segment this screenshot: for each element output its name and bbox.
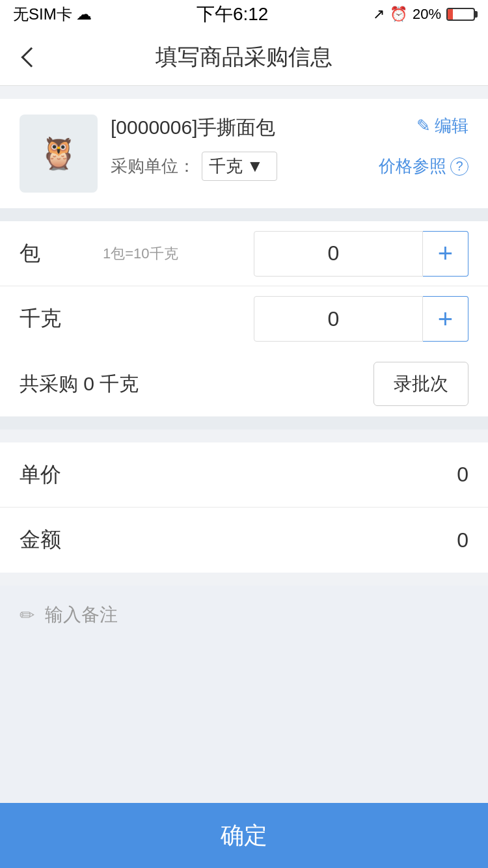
bao-label: 包 (20, 239, 98, 268)
bao-sublabel: 1包=10千克 (103, 244, 178, 264)
product-name: [0000006]手撕面包 (111, 115, 275, 141)
help-icon: ? (450, 157, 468, 176)
back-arrow-icon (21, 47, 41, 67)
status-bar: 无SIM卡 ☁ 下午6:12 ↗ ⏰ 20% (0, 0, 488, 29)
kg-label: 千克 (20, 305, 98, 333)
summary-text: 共采购 0 千克 (20, 371, 139, 398)
battery-percent: 20% (413, 6, 441, 23)
product-card: 🦉 [0000006]手撕面包 ✎ 编辑 采购单位： 千克 ▼ 价格参照 ? (0, 99, 488, 208)
product-info: [0000006]手撕面包 ✎ 编辑 采购单位： 千克 ▼ 价格参照 ? (111, 115, 468, 181)
unit-price-row: 单价 0 (0, 442, 488, 508)
sim-label: 无SIM卡 ☁ (13, 4, 92, 25)
input-section: 包 1包=10千克 + 千克 + (0, 221, 488, 351)
bao-plus-button[interactable]: + (423, 231, 468, 277)
summary-row: 共采购 0 千克 录批次 (0, 351, 488, 416)
amount-row: 金额 0 (0, 508, 488, 573)
status-left: 无SIM卡 ☁ (13, 4, 92, 25)
kg-plus-button[interactable]: + (423, 296, 468, 342)
kg-input-right: + (254, 296, 468, 342)
unit-label-container: 采购单位： 千克 ▼ (111, 152, 277, 181)
product-header: [0000006]手撕面包 ✎ 编辑 (111, 115, 468, 141)
location-icon: ↗ (373, 6, 385, 23)
battery-icon (446, 8, 475, 21)
alarm-icon: ⏰ (390, 6, 407, 23)
kg-input-row: 千克 + (0, 286, 488, 351)
section-divider-1 (0, 208, 488, 221)
status-right: ↗ ⏰ 20% (373, 6, 475, 23)
edit-icon: ✎ (416, 116, 431, 136)
nav-bar: 填写商品采购信息 (0, 29, 488, 86)
edit-button[interactable]: ✎ 编辑 (416, 115, 468, 137)
bao-input-row: 包 1包=10千克 + (0, 221, 488, 286)
unit-price-label: 单价 (20, 461, 61, 489)
kg-input[interactable] (254, 296, 423, 342)
note-section[interactable]: ✏ 输入备注 (0, 586, 488, 644)
product-unit-row: 采购单位： 千克 ▼ 价格参照 ? (111, 152, 468, 181)
pencil-icon: ✏ (20, 604, 34, 626)
dropdown-arrow-icon: ▼ (247, 156, 264, 176)
confirm-button[interactable]: 确定 (0, 803, 488, 868)
price-ref-label: 价格参照 (379, 155, 446, 178)
bao-input[interactable] (254, 231, 423, 277)
edit-label: 编辑 (435, 115, 468, 137)
note-placeholder: 输入备注 (45, 603, 118, 627)
back-button[interactable] (0, 29, 52, 86)
amount-value: 0 (457, 528, 468, 552)
product-image: 🦉 (20, 115, 98, 193)
bao-input-right: + (254, 231, 468, 277)
section-divider-2 (0, 416, 488, 429)
status-time: 下午6:12 (197, 2, 269, 27)
price-reference-button[interactable]: 价格参照 ? (379, 155, 468, 178)
record-batch-button[interactable]: 录批次 (373, 362, 468, 406)
page-title: 填写商品采购信息 (156, 42, 332, 72)
unit-dropdown[interactable]: 千克 ▼ (202, 152, 277, 181)
unit-price-value: 0 (457, 463, 468, 487)
amount-label: 金额 (20, 526, 61, 554)
unit-value: 千克 (209, 155, 243, 178)
price-section: 单价 0 金额 0 (0, 442, 488, 573)
unit-label-text: 采购单位： (111, 155, 195, 178)
product-logo: 🦉 (39, 135, 78, 172)
